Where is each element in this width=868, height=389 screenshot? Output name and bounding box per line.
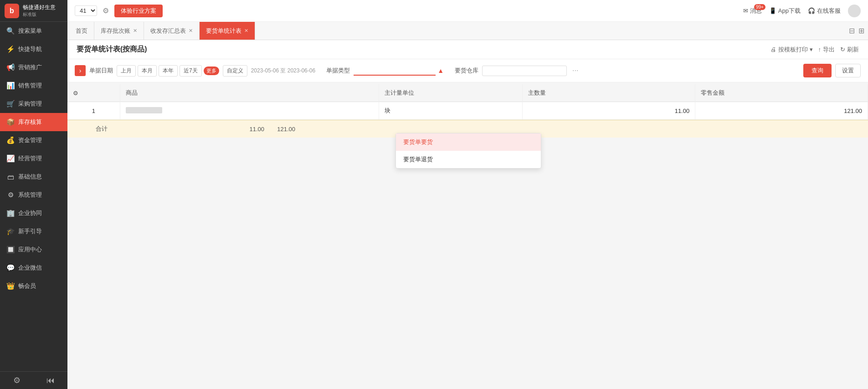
sidebar-label-inventory: 库存核算 xyxy=(18,118,42,126)
member-icon: 👑 xyxy=(6,282,15,290)
sidebar-item-wechat[interactable]: 💬企业微信 xyxy=(0,259,67,277)
data-table: ⚙ 商品 主计量单位 主数量 零售金额 1 块 11.00 121.00 xyxy=(67,84,868,120)
content-area: 要货单统计表(按商品) 🖨 按模板打印 ▾ ↑ 导出 ↻ 刷新 xyxy=(67,40,868,389)
company-select[interactable]: 41 xyxy=(75,5,97,16)
type-dropdown-menu: 要货单要货 要货单退货 xyxy=(395,133,541,169)
sidebar-item-enterprise[interactable]: 🏢企业协同 xyxy=(0,204,67,222)
sidebar-item-sales[interactable]: 📊销售管理 xyxy=(0,77,67,95)
col-header-settings[interactable]: ⚙ xyxy=(67,84,120,102)
tab-close-receivable[interactable]: ✕ xyxy=(189,28,193,34)
wechat-icon: 💬 xyxy=(6,264,15,272)
tab-actions: ⊟ ⊞ xyxy=(849,22,868,40)
settings-icon[interactable]: ⚙ xyxy=(13,375,21,385)
btn-last-7-days[interactable]: 近7天 xyxy=(180,65,202,77)
message-badge: 99+ xyxy=(754,4,765,10)
tab-close-order-stats[interactable]: ✕ xyxy=(244,28,248,34)
filter-section: › 单据日期 上月 本月 本年 近7天 更多 自定义 2023-05-06 至 … xyxy=(67,59,868,82)
promo-button[interactable]: 体验行业方案 xyxy=(114,5,163,17)
sidebar-item-basic[interactable]: 🗃基础信息 xyxy=(0,168,67,186)
page-header: 要货单统计表(按商品) 🖨 按模板打印 ▾ ↑ 导出 ↻ 刷新 xyxy=(67,40,868,59)
tab-order-stats[interactable]: 要货单统计表 ✕ xyxy=(200,22,255,40)
user-avatar[interactable] xyxy=(848,5,861,17)
sidebar-item-shortcut[interactable]: ⚡快捷导航 xyxy=(0,40,67,58)
col-header-unit: 主计量单位 xyxy=(379,84,523,102)
marketing-icon: 📢 xyxy=(6,63,15,72)
tab-receivable-summary[interactable]: 收发存汇总表 ✕ xyxy=(144,22,200,40)
message-item[interactable]: ✉ 消息 99+ xyxy=(743,7,762,15)
sidebar-nav: 🔍搜索菜单⚡快捷导航📢营销推广📊销售管理🛒采购管理📦库存核算💰资金管理📈经营管理… xyxy=(0,22,67,371)
phone-icon: 📱 xyxy=(769,7,776,14)
sidebar-item-inventory[interactable]: 📦库存核算 xyxy=(0,113,67,131)
filter-toggle[interactable]: › xyxy=(75,65,86,76)
date-filter-label: 单据日期 xyxy=(89,67,113,75)
sidebar-label-guide: 新手引导 xyxy=(18,227,42,235)
sidebar-label-app-center: 应用中心 xyxy=(18,246,42,254)
tab-max-icon[interactable]: ⊞ xyxy=(858,26,864,35)
settings-button[interactable]: 设置 xyxy=(835,64,861,77)
sidebar-footer: ⚙ ⏮ xyxy=(0,371,67,389)
table-row: 1 块 11.00 121.00 xyxy=(67,102,868,120)
logo-text: 畅捷通好生意 标准版 xyxy=(23,4,56,17)
footer-amount: 121.00 xyxy=(268,126,295,133)
sidebar-label-wechat: 企业微信 xyxy=(18,264,42,272)
collapse-icon[interactable]: ⏮ xyxy=(46,376,55,385)
dropdown-item-order-return[interactable]: 要货单退货 xyxy=(396,151,541,168)
logo-icon: b xyxy=(5,4,19,18)
print-chevron-icon: ▾ xyxy=(810,46,813,53)
type-filter-label: 单据类型 xyxy=(326,67,350,75)
sidebar-item-guide[interactable]: 🎓新手引导 xyxy=(0,222,67,241)
basic-icon: 🗃 xyxy=(6,173,15,181)
operation-icon: 📈 xyxy=(6,154,15,163)
btn-last-month[interactable]: 上月 xyxy=(117,65,136,77)
app-logo: b 畅捷通好生意 标准版 xyxy=(0,0,67,22)
sidebar-item-operation[interactable]: 📈经营管理 xyxy=(0,149,67,168)
warehouse-filter-input[interactable] xyxy=(482,66,567,76)
sidebar-item-search[interactable]: 🔍搜索菜单 xyxy=(0,22,67,40)
type-chevron-up-icon[interactable]: ▲ xyxy=(437,67,444,74)
export-icon: ↑ xyxy=(818,46,822,53)
sidebar-item-system[interactable]: ⚙系统管理 xyxy=(0,186,67,204)
system-icon: ⚙ xyxy=(6,191,15,199)
filter-action-buttons: 查询 设置 xyxy=(803,64,861,77)
sidebar-label-operation: 经营管理 xyxy=(18,154,42,163)
dropdown-item-order-goods[interactable]: 要货单要货 xyxy=(396,133,541,151)
page-title: 要货单统计表(按商品) xyxy=(77,45,147,54)
sidebar-item-app-center[interactable]: 🔲应用中心 xyxy=(0,241,67,259)
sidebar-label-search: 搜索菜单 xyxy=(18,27,42,35)
sidebar-label-finance: 资金管理 xyxy=(18,136,42,144)
message-icon: ✉ xyxy=(743,7,748,14)
type-filter-wrapper: ▲ xyxy=(354,66,444,76)
sidebar-label-shortcut: 快捷导航 xyxy=(18,45,42,53)
online-service-item[interactable]: 🎧 在线客服 xyxy=(808,7,841,15)
company-selector: 41 xyxy=(75,5,97,16)
tab-min-icon[interactable]: ⊟ xyxy=(849,26,855,35)
btn-more[interactable]: 更多 xyxy=(204,67,219,75)
app-download-item[interactable]: 📱 App下载 xyxy=(769,7,801,15)
sidebar-item-purchase[interactable]: 🛒采购管理 xyxy=(0,95,67,113)
sidebar-item-member[interactable]: 👑畅会员 xyxy=(0,277,67,295)
row-unit-0: 块 xyxy=(379,102,523,120)
enterprise-icon: 🏢 xyxy=(6,209,15,217)
query-button[interactable]: 查询 xyxy=(803,64,832,77)
row-amount-0: 121.00 xyxy=(695,102,868,120)
col-header-qty: 主数量 xyxy=(523,84,695,102)
btn-this-year[interactable]: 本年 xyxy=(159,65,178,77)
tab-inventory-batch[interactable]: 库存批次账 ✕ xyxy=(94,22,144,40)
print-button[interactable]: 🖨 按模板打印 ▾ xyxy=(770,46,813,54)
tab-close-inventory-batch[interactable]: ✕ xyxy=(133,28,137,34)
topbar-right: ✉ 消息 99+ 📱 App下载 🎧 在线客服 xyxy=(743,5,861,17)
btn-custom[interactable]: 自定义 xyxy=(223,65,247,77)
sidebar-item-finance[interactable]: 💰资金管理 xyxy=(0,131,67,149)
export-button[interactable]: ↑ 导出 xyxy=(818,46,835,54)
refresh-button[interactable]: ↻ 刷新 xyxy=(840,46,859,54)
topbar-gear-icon[interactable]: ⚙ xyxy=(103,6,109,15)
filter-more-dots-icon[interactable]: ··· xyxy=(572,67,578,75)
type-filter-input[interactable] xyxy=(354,66,436,76)
sidebar-label-purchase: 采购管理 xyxy=(18,100,42,108)
filter-row: › 单据日期 上月 本月 本年 近7天 更多 自定义 2023-05-06 至 … xyxy=(75,64,861,77)
table-area: ⚙ 商品 主计量单位 主数量 零售金额 1 块 11.00 121.00 xyxy=(67,84,868,120)
btn-this-month[interactable]: 本月 xyxy=(138,65,157,77)
sidebar-label-enterprise: 企业协同 xyxy=(18,209,42,217)
tab-home[interactable]: 首页 xyxy=(69,22,94,40)
sidebar-item-marketing[interactable]: 📢营销推广 xyxy=(0,58,67,77)
